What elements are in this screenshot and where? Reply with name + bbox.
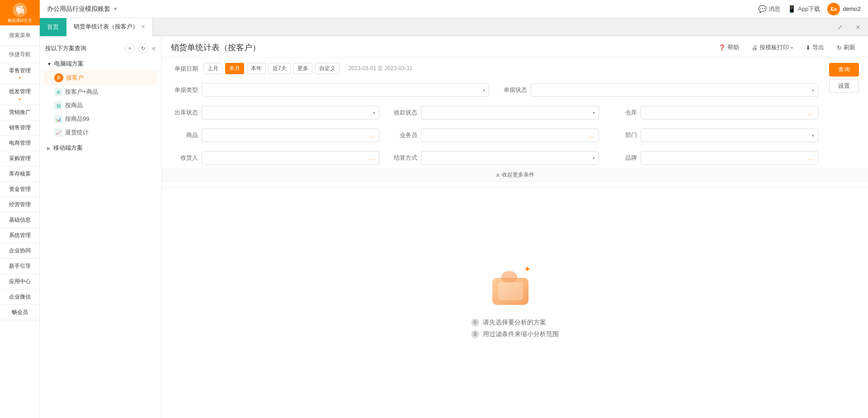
tab-home[interactable]: 首页 [40, 18, 66, 36]
department-select[interactable]: ▾ [641, 128, 818, 142]
template-print-label: 按模板打印 [760, 43, 789, 52]
desktop-group-header[interactable]: ▼ 电脑端方案 [43, 57, 158, 71]
order-type-select[interactable]: ▾ [202, 83, 489, 97]
collect-status-label: 收款状态 [390, 109, 417, 117]
sidebar-item-marketing[interactable]: 营销推广 [0, 105, 39, 120]
help-icon: ❓ [718, 44, 726, 51]
collapse-panel-btn[interactable]: « [152, 44, 156, 52]
sidebar-item-cooperation[interactable]: 企业协同 [0, 243, 39, 259]
date-button-group: 上月 本月 本年 近7天 更多 自定义 [203, 63, 340, 74]
warehouse-label: 仓库 [610, 109, 637, 117]
out-status-label: 出库状态 [171, 109, 198, 117]
export-btn[interactable]: ⬇ 导出 [802, 42, 828, 53]
refresh-scheme-btn[interactable]: ↻ [138, 43, 148, 53]
date-btn-this-month[interactable]: 本月 [225, 63, 244, 74]
empty-tips: ① 请先选择要分析的方案 ② 用过滤条件来缩小分析范围 [471, 318, 559, 342]
brand-label: 品牌 [610, 154, 637, 162]
date-btn-more[interactable]: 更多 [293, 63, 312, 74]
tree-item-by-goods[interactable]: ▤ 按商品 [43, 99, 158, 112]
content-wrapper: 按以下方案查询 + ↻ « ▼ 电脑端方案 [40, 36, 868, 418]
dropdown-icon: ▾ [593, 156, 595, 161]
tip-text-2: 用过滤条件来缩小分析范围 [483, 330, 559, 338]
add-scheme-btn[interactable]: + [125, 43, 135, 53]
salesperson-input[interactable]: … [421, 128, 599, 142]
settings-button[interactable]: 设置 [829, 79, 859, 93]
warehouse-input[interactable]: … [641, 106, 818, 119]
refresh-btn[interactable]: ↻ 刷新 [833, 42, 859, 53]
page-title: 销货单统计表（按客户） [171, 42, 260, 53]
sidebar-item-system[interactable]: 系统管理 [0, 228, 39, 243]
filter-row-date: 单据日期 上月 本月 本年 近7天 更多 自定义 2023-03-01 至 20… [171, 63, 818, 74]
tab-window-close[interactable]: ✕ [848, 18, 868, 36]
sidebar-item-label: 应用中心 [9, 278, 31, 285]
filter-col-department: 部门 ▾ [610, 128, 818, 142]
sidebar-quick-nav-section: 快捷导航 [0, 46, 39, 63]
sidebar-item-apps[interactable]: 应用中心 [0, 274, 39, 290]
sidebar-item-sales[interactable]: 销售管理 [0, 120, 39, 136]
tree-item-by-customer[interactable]: 客 按客户 [43, 71, 158, 85]
dots-icon: … [807, 109, 814, 116]
out-status-select[interactable]: ▾ [202, 106, 379, 119]
receiver-input[interactable]: … [202, 151, 379, 165]
date-btn-last-month[interactable]: 上月 [203, 63, 222, 74]
date-btn-this-year[interactable]: 本年 [247, 63, 266, 74]
sidebar-item-newbie[interactable]: 新手引导 [0, 259, 39, 274]
receiver-label: 收货人 [171, 154, 198, 162]
date-btn-custom[interactable]: 自定义 [315, 63, 340, 74]
tree-item-label: 按客户 [66, 74, 84, 82]
sidebar-item-purchase[interactable]: 采购管理 [0, 151, 39, 166]
return-stats-icon: 📈 [54, 128, 62, 137]
sidebar-item-label: 采购管理 [9, 155, 31, 162]
app-title: 办公用品行业模拟账套 [47, 5, 110, 13]
date-range-text: 2023-03-01 至 2023-03-31 [349, 65, 412, 72]
tab-report[interactable]: 销货单统计表（按客户） ✕ [66, 18, 153, 36]
tab-close-icon[interactable]: ✕ [141, 24, 145, 30]
filter-col-status: 单据状态 ▾ [500, 83, 818, 97]
template-print-btn[interactable]: 🖨 按模板打印 ▾ [748, 42, 797, 53]
query-button[interactable]: 查询 [829, 63, 859, 76]
order-type-label: 单据类型 [171, 86, 198, 94]
brand-input[interactable]: … [641, 151, 818, 165]
add-icon: + [128, 45, 132, 52]
mobile-group-header[interactable]: ▶ 移动端方案 [43, 141, 158, 155]
sidebar-item-finance[interactable]: 资金管理 [0, 182, 39, 197]
settle-select[interactable]: ▾ [421, 151, 599, 165]
date-btn-last-7days[interactable]: 近7天 [269, 63, 291, 74]
tree-item-goods99[interactable]: 📊 按商品99 [43, 112, 158, 126]
tab-expand-btn[interactable]: ⤢ [832, 18, 848, 36]
tree-item-return-stats[interactable]: 📈 退货统计 [43, 126, 158, 139]
collapse-icon: « [152, 44, 156, 52]
header-dropdown-icon[interactable]: ▾ [114, 5, 117, 12]
help-btn[interactable]: ❓ 帮助 [715, 42, 743, 53]
user-avatar[interactable]: Ea [827, 3, 840, 15]
tree-item-customer-goods[interactable]: ⊞ 按客户+商品 [43, 85, 158, 99]
sidebar-item-management[interactable]: 经营管理 [0, 197, 39, 213]
avatar-text: Ea [831, 6, 837, 12]
sidebar-item-member[interactable]: 畅会员 [0, 305, 39, 320]
collapse-filters-btn[interactable]: ∧ 收起更多条件 [162, 168, 868, 182]
quick-nav-btn[interactable]: 快捷导航 [0, 48, 39, 61]
customer-icon: 客 [54, 73, 63, 82]
collect-status-select[interactable]: ▾ [421, 106, 599, 119]
date-label: 单据日期 [171, 65, 198, 73]
desktop-group-label: 电脑端方案 [54, 60, 84, 68]
message-button[interactable]: 💬 消息 [758, 5, 780, 13]
order-status-select[interactable]: ▾ [531, 83, 818, 97]
sidebar-item-wholesale[interactable]: 批发管理 ▴ [0, 84, 39, 105]
main-content: 办公用品行业模拟账套 ▾ 💬 消息 📱 App下载 Ea demo2 首页 [40, 0, 868, 418]
app-download-button[interactable]: 📱 App下载 [788, 5, 820, 13]
sidebar-item-wechat[interactable]: 企业微信 [0, 290, 39, 305]
search-menu-btn[interactable]: 搜索菜单 [0, 29, 39, 42]
sidebar-logo[interactable]: 畅 畅捷通好生意 [0, 0, 40, 25]
user-name: demo2 [843, 5, 861, 12]
header-left: 办公用品行业模拟账套 ▾ [47, 5, 117, 13]
sidebar-item-inventory[interactable]: 库存核算 [0, 166, 39, 182]
dropdown-icon: ▾ [483, 88, 485, 93]
goods-label: 商品 [171, 131, 198, 139]
sidebar-search-section: 搜索菜单 [0, 25, 39, 46]
expand-arrow-icon: ▶ [47, 146, 51, 151]
sidebar-item-ecommerce[interactable]: 电商管理 [0, 136, 39, 151]
sidebar-item-basic[interactable]: 基础信息 [0, 213, 39, 228]
goods-input[interactable]: … [202, 128, 379, 142]
sidebar-item-retail[interactable]: 零售管理 ▾ [0, 63, 39, 84]
